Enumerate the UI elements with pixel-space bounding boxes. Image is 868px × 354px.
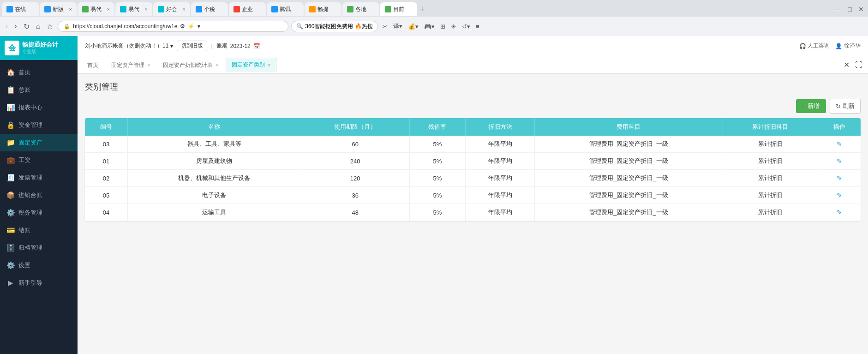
user-avatar[interactable]: 👤 徐泽华 — [835, 42, 861, 50]
cell-code[interactable]: 01 — [85, 153, 127, 170]
sidebar-item-funds[interactable]: 🔒 资金管理 — [0, 116, 78, 134]
browser-tab-t10[interactable]: 各地 — [342, 2, 379, 16]
close-window-button[interactable]: ✕ — [856, 5, 866, 14]
cell-method: 年限平均 — [466, 204, 535, 221]
browser-tab-t7[interactable]: 企业 — [229, 2, 266, 16]
browser-tab-bar: 在线 新版 × 易代 × 易代 × 好会 × 个税 企业 — [0, 0, 868, 17]
tab-close-icon[interactable]: × — [216, 62, 218, 68]
sidebar-item-ledger[interactable]: 📋 总账 — [0, 81, 78, 99]
page-title: 类别管理 — [85, 81, 861, 92]
browser-tab-t3[interactable]: 易代 × — [78, 2, 114, 16]
cell-code[interactable]: 05 — [85, 187, 127, 204]
sidebar-item-tax[interactable]: ⚙️ 税务管理 — [0, 204, 78, 222]
minimize-button[interactable]: — — [833, 5, 844, 14]
sidebar-item-invoice[interactable]: 🧾 发票管理 — [0, 169, 78, 186]
chevron-down-icon: ▾ — [198, 23, 200, 30]
sidebar-item-guide[interactable]: ▶ 新手引导 — [0, 274, 78, 292]
search-hot-label: 🔥热搜 — [355, 23, 373, 30]
sun-icon[interactable]: ☀ — [449, 22, 458, 31]
cell-rate: 5% — [409, 170, 466, 187]
sidebar-item-reports[interactable]: 📊 报表中心 — [0, 99, 78, 116]
translate-icon[interactable]: 译▾ — [391, 21, 404, 31]
page-tab-assets-cat[interactable]: 固定资产类别 × — [226, 58, 276, 72]
headset-icon: 🎧 — [799, 43, 806, 49]
browser-tab-t8[interactable]: 腾讯 — [267, 2, 304, 16]
user-company: 刘小艳演示帐套（勿删勿动！）11 — [85, 42, 168, 50]
cell-expense: 管理费用_固定资产折旧_一级 — [535, 136, 723, 153]
tab-close-icon[interactable]: × — [183, 6, 186, 12]
cell-code[interactable]: 03 — [85, 136, 127, 153]
user-info[interactable]: 刘小艳演示帐套（勿删勿动！）11 ▾ — [85, 42, 173, 50]
sidebar-item-payroll[interactable]: 💼 工资 — [0, 151, 78, 169]
game-icon[interactable]: 🎮▾ — [422, 22, 437, 31]
header-content: 刘小艳演示帐套（勿删勿动！）11 ▾ 切到旧版 | 账期 2023-12 📅 — [85, 41, 795, 51]
sidebar-item-settings[interactable]: ⚙️ 设置 — [0, 257, 78, 274]
edit-icon[interactable]: ✎ — [837, 209, 842, 216]
cell-code[interactable]: 02 — [85, 170, 127, 187]
browser-tab-t2[interactable]: 新版 × — [40, 2, 77, 16]
add-button[interactable]: + 新增 — [796, 99, 826, 113]
browser-tab-t11[interactable]: 目前 — [380, 2, 417, 16]
tab-favicon — [233, 6, 240, 12]
sidebar-item-home[interactable]: 🏠 首页 — [0, 64, 78, 81]
search-bar[interactable]: 🔍 360智能抠图免费用 🔥热搜 — [291, 21, 378, 32]
undo-icon[interactable]: ↺▾ — [460, 22, 472, 31]
tab-close-icon[interactable]: × — [69, 6, 72, 12]
window-controls: — □ ✕ — [833, 5, 866, 14]
maximize-button[interactable]: □ — [846, 5, 854, 14]
cell-accum: 累计折旧 — [723, 153, 818, 170]
sidebar-item-archive[interactable]: 🗄️ 归档管理 — [0, 239, 78, 257]
sidebar-item-closing[interactable]: 💳 结账 — [0, 222, 78, 239]
bookmark-button[interactable]: ☆ — [45, 21, 55, 32]
col-expense: 费用科目 — [535, 118, 723, 136]
maximize-tab-button[interactable]: ⛶ — [853, 60, 864, 70]
home-button[interactable]: ⌂ — [34, 21, 42, 31]
edit-icon[interactable]: ✎ — [837, 157, 842, 165]
page-tab-home[interactable]: 首页 — [81, 58, 104, 72]
tab-close-icon[interactable]: × — [107, 6, 110, 12]
closing-icon: 💳 — [6, 226, 15, 234]
new-tab-button[interactable]: + — [418, 4, 426, 14]
edit-icon[interactable]: ✎ — [837, 192, 842, 199]
period-label: 账期 — [216, 42, 227, 50]
back-button[interactable]: ‹ — [4, 21, 10, 31]
edit-icon[interactable]: ✎ — [837, 174, 842, 182]
tab-close-icon[interactable]: × — [145, 6, 148, 12]
switch-version-button[interactable]: 切到旧版 — [177, 41, 207, 51]
settings-icon: ⚙️ — [6, 261, 15, 270]
refresh-button[interactable]: ↻ 刷新 — [830, 99, 861, 114]
sidebar-item-label: 进销台账 — [18, 191, 42, 199]
search-text: 360智能抠图免费用 — [305, 23, 353, 30]
sidebar-item-assets[interactable]: 📁 固定资产 — [0, 134, 78, 151]
page-tab-assets-dep[interactable]: 固定资产折旧统计表 × — [157, 58, 224, 72]
browser-tab-t6[interactable]: 个税 — [191, 2, 228, 16]
browser-tab-t4[interactable]: 易代 × — [115, 2, 152, 16]
tab-close-icon[interactable]: × — [147, 62, 150, 68]
grid-icon[interactable]: ⊞ — [438, 22, 447, 31]
tab-label: 固定资产类别 — [232, 61, 265, 69]
cut-icon[interactable]: ✂ — [381, 22, 389, 31]
address-bar[interactable]: 🔒 https://cloud.chanjet.com/accounting/u… — [58, 21, 288, 32]
service-btn[interactable]: 🎧 人工咨询 — [799, 42, 830, 50]
cell-action: ✎ — [818, 204, 861, 221]
close-tab-button[interactable]: ✕ — [842, 60, 851, 70]
tab-label: 各地 — [355, 6, 366, 13]
ledger-icon: 📋 — [6, 86, 15, 94]
menu-icon[interactable]: ≡ — [474, 22, 481, 31]
tab-label: 易代 — [90, 6, 102, 13]
edit-icon[interactable]: ✎ — [837, 140, 842, 148]
cell-months: 36 — [301, 187, 409, 204]
coin-icon[interactable]: 💰▾ — [406, 22, 420, 31]
browser-tab-t9[interactable]: 畅提 — [305, 2, 341, 16]
sidebar-item-inventory[interactable]: 📦 进销台账 — [0, 186, 78, 204]
browser-tab-t5[interactable]: 好会 × — [153, 2, 190, 16]
tab-close-icon[interactable]: × — [268, 62, 270, 68]
toolbar-row: + 新增 ↻ 刷新 — [85, 99, 861, 114]
cell-code[interactable]: 04 — [85, 204, 127, 221]
tab-actions: ✕ ⛶ — [842, 60, 864, 70]
reload-button[interactable]: ↻ — [22, 21, 31, 32]
forward-button[interactable]: › — [12, 21, 18, 31]
reports-icon: 📊 — [6, 103, 15, 112]
page-tab-assets-mgr[interactable]: 固定资产管理 × — [105, 58, 156, 72]
browser-tab-t1[interactable]: 在线 — [2, 2, 39, 16]
